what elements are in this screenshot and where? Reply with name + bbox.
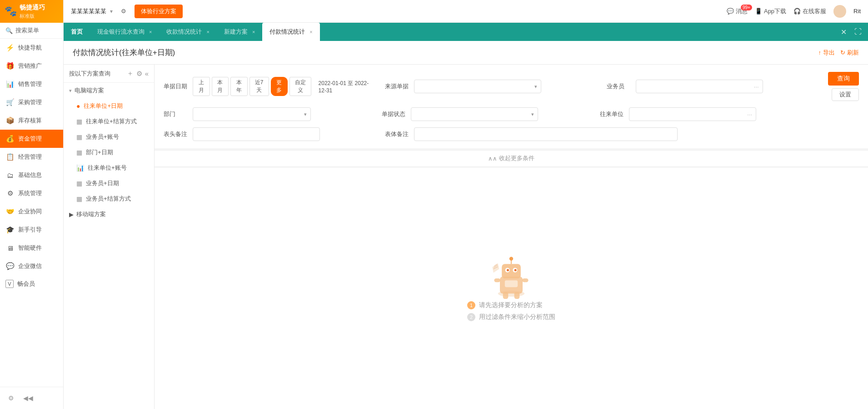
nav-icon: 📦 <box>5 116 15 125</box>
sidebar-item-营销推广[interactable]: 🎁 营销推广 <box>0 57 63 75</box>
scheme-item-业务员账号[interactable]: ▦ 业务员+账号 <box>64 129 154 145</box>
sidebar-item-label: 基础信息 <box>18 171 42 179</box>
sidebar-search[interactable]: 🔍 搜索菜单 <box>0 23 63 39</box>
sidebar-item-资金管理[interactable]: 💰 资金管理 <box>0 130 63 148</box>
sidebar-item-智能硬件[interactable]: 🖥 智能硬件 <box>0 239 63 257</box>
tab-home[interactable]: 首页 <box>64 23 90 41</box>
date-btn-this-year[interactable]: 本年 <box>230 77 248 96</box>
query-btn[interactable]: 查询 <box>828 72 859 86</box>
scheme-item-label: 往来单位+结算方式 <box>86 117 137 126</box>
sidebar-item-采购管理[interactable]: 🛒 采购管理 <box>0 93 63 111</box>
dept-filter-item: 部门 ▾ <box>164 107 373 121</box>
nav-icon: 🗂 <box>5 171 15 180</box>
expand-tab-btn[interactable]: ⛶ <box>852 25 864 38</box>
scheme-group-label: 电脑端方案 <box>75 86 104 95</box>
settings-btn[interactable]: 设置 <box>832 88 859 101</box>
dropdown-arrow-icon: ▾ <box>304 111 307 117</box>
tab-label: 新建方案 <box>224 28 248 36</box>
close-icon[interactable]: × <box>206 29 209 35</box>
settings-footer-btn[interactable]: ⚙ <box>5 392 17 404</box>
date-filter-item: 单据日期 上月 本月 本年 近7天 更多 自定义 2022-01-01 至 20… <box>164 77 376 96</box>
add-scheme-btn[interactable]: ＋ <box>127 69 134 78</box>
collapse-label: 收起更多条件 <box>499 154 534 162</box>
sidebar-item-label: 经营管理 <box>18 153 42 161</box>
search-icon: 🔍 <box>5 27 13 34</box>
nav-icon: 🖥 <box>5 243 15 252</box>
collapse-scheme-btn[interactable]: « <box>145 70 149 77</box>
source-label: 来源单据 <box>385 82 410 91</box>
tab-payments[interactable]: 付款情况统计 × <box>262 23 319 41</box>
sidebar-item-系统管理[interactable]: ⚙ 系统管理 <box>0 184 63 202</box>
scheme-item-业务员结算方式[interactable]: ▦ 业务员+结算方式 <box>64 191 154 207</box>
online-service-btn[interactable]: 🎧 在线客服 <box>793 7 826 15</box>
username[interactable]: Rit <box>853 8 861 15</box>
sidebar-item-销售管理[interactable]: 📊 销售管理 <box>0 75 63 93</box>
filter-row-2: 部门 ▾ 单据状态 ▾ <box>164 107 859 121</box>
scheme-group-pc: ▾ 电脑端方案 ● 往来单位+日期 ▦ 往来单位+结算方式 ▦ 业务员+账号 <box>64 83 154 207</box>
dept-select[interactable]: ▾ <box>193 107 311 121</box>
close-icon[interactable]: × <box>309 29 312 35</box>
dropdown-arrow-icon: ▾ <box>534 84 537 90</box>
scheme-item-label: 部门+日期 <box>86 148 113 157</box>
header-note-input[interactable] <box>193 127 320 141</box>
scheme-item-往来单位结算方式[interactable]: ▦ 往来单位+结算方式 <box>64 114 154 129</box>
scheme-item-往来单位账号[interactable]: 📊 往来单位+账号 <box>64 160 154 176</box>
filter-row-1: 单据日期 上月 本月 本年 近7天 更多 自定义 2022-01-01 至 20… <box>164 72 859 101</box>
date-btn-last-7-days[interactable]: 近7天 <box>249 77 269 96</box>
sidebar-item-企业协同[interactable]: 🤝 企业协同 <box>0 202 63 221</box>
sidebar-item-label: 销售管理 <box>18 80 42 88</box>
date-btn-last-month[interactable]: 上月 <box>193 77 210 96</box>
scheme-group-header-pc[interactable]: ▾ 电脑端方案 <box>64 83 154 98</box>
messages-btn[interactable]: 💬 消息 99+ <box>727 7 748 15</box>
collapse-more-btn[interactable]: ∧∧ 收起更多条件 <box>155 150 868 166</box>
partner-multiselect[interactable]: ··· <box>629 107 756 121</box>
close-icon[interactable]: × <box>252 29 255 35</box>
scheme-panel-icons: ＋ ⚙ « <box>127 69 149 78</box>
tab-new-scheme[interactable]: 新建方案 × <box>217 23 262 41</box>
date-btn-this-month[interactable]: 本月 <box>212 77 229 96</box>
tab-receipts[interactable]: 收款情况统计 × <box>159 23 216 41</box>
source-select[interactable]: ▾ <box>414 80 541 93</box>
close-icon[interactable]: × <box>149 29 152 35</box>
sidebar-item-label: 智能硬件 <box>18 244 42 252</box>
settings-scheme-btn[interactable]: ⚙ <box>136 70 142 78</box>
sidebar-item-label: 采购管理 <box>18 98 42 106</box>
sidebar-item-label: 畅会员 <box>17 280 35 288</box>
scheme-item-业务员日期[interactable]: ▦ 业务员+日期 <box>64 176 154 191</box>
collapse-footer-btn[interactable]: ◀◀ <box>22 392 35 404</box>
body-note-input[interactable] <box>414 127 678 141</box>
svg-rect-2 <box>502 264 521 278</box>
company-dropdown-arrow[interactable]: ▾ <box>110 8 113 15</box>
sidebar-item-畅会员[interactable]: V 畅会员 <box>0 275 63 293</box>
sidebar-item-快捷导航[interactable]: ⚡ 快捷导航 <box>0 39 63 57</box>
empty-state: 1 请先选择要分析的方案 2 用过滤条件来缩小分析范围 <box>155 168 868 409</box>
topbar-right: 💬 消息 99+ 📱 App下载 🎧 在线客服 Rit <box>727 5 861 18</box>
trial-btn[interactable]: 体验行业方案 <box>135 5 183 18</box>
scheme-item-往来单位日期[interactable]: ● 往来单位+日期 <box>64 98 154 114</box>
tab-cash-flow[interactable]: 现金银行流水查询 × <box>90 23 159 41</box>
docstatus-select[interactable]: ▾ <box>411 107 538 121</box>
date-btn-more[interactable]: 更多 <box>271 77 288 96</box>
close-tab-btn[interactable]: ✕ <box>837 25 850 38</box>
app-download-btn[interactable]: 📱 App下载 <box>755 7 786 15</box>
tip-num-1: 1 <box>467 301 475 309</box>
sidebar-item-新手引导[interactable]: 🎓 新手引导 <box>0 221 63 239</box>
empty-robot-illustration <box>489 256 534 301</box>
sidebar-item-库存核算[interactable]: 📦 库存核算 <box>0 111 63 130</box>
sidebar-item-经营管理[interactable]: 📋 经营管理 <box>0 148 63 166</box>
topbar-settings-btn[interactable]: ⚙ <box>117 5 130 18</box>
sidebar-item-基础信息[interactable]: 🗂 基础信息 <box>0 166 63 184</box>
svg-rect-11 <box>522 278 528 282</box>
export-btn[interactable]: ↑ 导出 <box>818 49 835 57</box>
page-header-actions: ↑ 导出 ↻ 刷新 <box>818 49 859 57</box>
scheme-group-mobile: ▶ 移动端方案 <box>64 207 154 222</box>
scheme-item-部门日期[interactable]: ▦ 部门+日期 <box>64 145 154 160</box>
search-label: 搜索菜单 <box>15 26 39 35</box>
nav-icon: 💬 <box>5 262 15 271</box>
sidebar-item-企业微信[interactable]: 💬 企业微信 <box>0 257 63 275</box>
refresh-btn[interactable]: ↻ 刷新 <box>840 49 859 57</box>
staff-multiselect[interactable]: ··· <box>636 80 763 93</box>
scheme-group-header-mobile[interactable]: ▶ 移动端方案 <box>64 207 154 222</box>
date-btn-custom[interactable]: 自定义 <box>289 77 311 96</box>
ellipsis-icon: ··· <box>754 83 759 90</box>
